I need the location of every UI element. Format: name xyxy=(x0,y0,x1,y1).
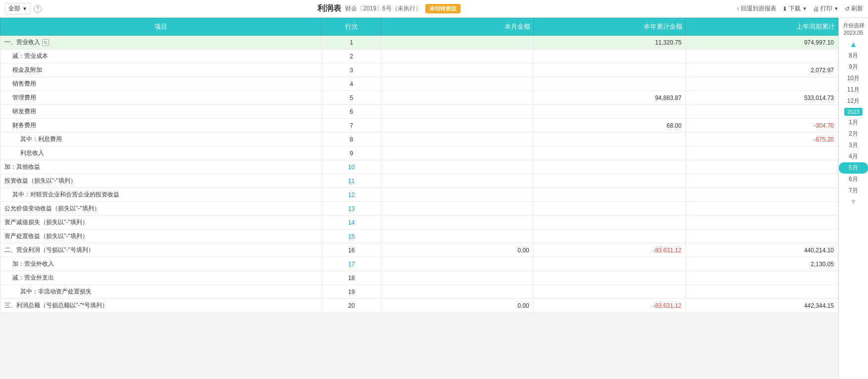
table-row: 其中：非流动资产处置损失19 xyxy=(0,285,838,299)
cell-row-num: 20 xyxy=(322,299,381,313)
table-row: 加：营业外收入172,130.05 xyxy=(0,257,838,271)
sidebar-month-2[interactable]: 2月 xyxy=(839,128,868,140)
cell-row-num: 12 xyxy=(322,188,381,202)
col-header-row: 行次 xyxy=(322,18,381,36)
cell-item: 销售费用 xyxy=(0,77,322,91)
cell-year xyxy=(533,49,686,63)
cell-lastyear xyxy=(686,77,838,91)
table-row: 其中：利息费用8-875.20 xyxy=(0,133,838,146)
top-bar-right: ↑ 回退到原报表 ⬇ 下载 ▼ 🖨 打印 ▼ ↺ 刷新 xyxy=(736,4,863,13)
top-bar-left: 全部 ▼ ? xyxy=(5,3,42,14)
cell-lastyear xyxy=(686,160,838,174)
cell-row-num: 14 xyxy=(322,216,381,230)
cell-row-num: 2 xyxy=(322,49,381,63)
sidebar-month-4[interactable]: 4月 xyxy=(839,151,868,162)
status-badge: 未结转损益 xyxy=(425,4,460,13)
cell-item: 其中：利息费用 xyxy=(0,133,322,146)
sidebar-month-6[interactable]: 6月 xyxy=(839,174,868,185)
cell-row-num: 17 xyxy=(322,257,381,271)
cell-month xyxy=(381,49,534,63)
cell-month xyxy=(381,202,534,216)
table-row: 资产处置收益（损失以"-"填列）15 xyxy=(0,230,838,243)
cell-row-num: 8 xyxy=(322,133,381,146)
cell-month xyxy=(381,146,534,160)
cell-row-num: 11 xyxy=(322,174,381,188)
cell-month xyxy=(381,91,534,105)
page-title: 利润表 xyxy=(317,3,341,14)
cell-month xyxy=(381,36,534,49)
sidebar-month-8[interactable]: 8月 xyxy=(839,50,868,61)
cell-lastyear xyxy=(686,216,838,230)
table-row: 研发费用6 xyxy=(0,105,838,119)
sidebar-month-9[interactable]: 9月 xyxy=(839,61,868,73)
cell-month xyxy=(381,105,534,119)
table-row: 减：营业外支出18 xyxy=(0,271,838,285)
cell-item: 利息收入 xyxy=(0,146,322,160)
sidebar-down-arrow[interactable]: ▼ xyxy=(850,196,858,207)
cell-lastyear xyxy=(686,230,838,243)
cell-month xyxy=(381,285,534,299)
cell-item: 减：营业成本 xyxy=(0,49,322,63)
cell-row-num: 9 xyxy=(322,146,381,160)
cell-lastyear: -304.70 xyxy=(686,119,838,133)
cell-year: 94,883.87 xyxy=(533,91,686,105)
cell-month xyxy=(381,160,534,174)
download-icon: ⬇ xyxy=(782,5,787,12)
sidebar-month-7[interactable]: 7月 xyxy=(839,185,868,196)
cell-month: 0.00 xyxy=(381,243,534,257)
cell-item: 其中：非流动资产处置损失 xyxy=(0,285,322,299)
cell-month xyxy=(381,119,534,133)
cell-row-num: 19 xyxy=(322,285,381,299)
cell-year xyxy=(533,146,686,160)
cell-lastyear xyxy=(686,105,838,119)
cell-month xyxy=(381,230,534,243)
sidebar-month-11[interactable]: 11月 xyxy=(839,84,868,95)
refresh-button[interactable]: ↺ 刷新 xyxy=(845,4,863,13)
sidebar-month-1[interactable]: 1月 xyxy=(839,117,868,128)
cell-lastyear: 974,997.10 xyxy=(686,36,838,49)
sidebar-year-2023[interactable]: 2023 xyxy=(844,108,862,116)
cell-row-num: 13 xyxy=(322,202,381,216)
back-button[interactable]: ↑ 回退到原报表 xyxy=(736,4,776,13)
cell-lastyear: 533,014.73 xyxy=(686,91,838,105)
table-header-row: 项目 行次 本月金额 本年累计金额 上年同期累计 xyxy=(0,18,838,36)
cell-row-num: 15 xyxy=(322,230,381,243)
cell-year xyxy=(533,133,686,146)
table-row: 销售费用4 xyxy=(0,77,838,91)
download-arrow-icon: ▼ xyxy=(802,6,807,11)
cell-item: 减：营业外支出 xyxy=(0,271,322,285)
edit-icon[interactable]: ✎ xyxy=(42,39,49,46)
cell-row-num: 10 xyxy=(322,160,381,174)
col-header-item: 项目 xyxy=(0,18,322,36)
cell-row-num: 18 xyxy=(322,271,381,285)
table-row: 二、营业利润（亏损以"-"号填列）160.00-83,631.12440,214… xyxy=(0,243,838,257)
cell-item: 三、利润总额（亏损总额以"-"*号填列） xyxy=(0,299,322,313)
cell-year xyxy=(533,63,686,77)
sidebar-month-3[interactable]: 3月 xyxy=(839,140,868,151)
cell-year: -83,631.12 xyxy=(533,299,686,313)
sidebar-month-12[interactable]: 12月 xyxy=(839,95,868,107)
cell-month xyxy=(381,77,534,91)
scope-dropdown[interactable]: 全部 ▼ xyxy=(5,3,31,14)
cell-row-num: 1 xyxy=(322,36,381,49)
cell-item: 其中：对联营企业和合营企业的投资收益 xyxy=(0,188,322,202)
table-row: 公允价值变动收益（损失以"-"填列）13 xyxy=(0,202,838,216)
download-button[interactable]: ⬇ 下载 ▼ xyxy=(782,4,807,13)
print-arrow-icon: ▼ xyxy=(834,6,839,11)
sidebar-up-arrow[interactable]: ▲ xyxy=(850,39,858,50)
dropdown-arrow-icon: ▼ xyxy=(22,6,27,11)
table-row: 三、利润总额（亏损总额以"-"*号填列）200.00-83,631.12442,… xyxy=(0,299,838,313)
cell-year xyxy=(533,174,686,188)
cell-lastyear xyxy=(686,49,838,63)
cell-year: 11,320.75 xyxy=(533,36,686,49)
cell-year xyxy=(533,230,686,243)
table-row: 投资收益（损失以"-"填列）11 xyxy=(0,174,838,188)
cell-item: 财务费用 xyxy=(0,119,322,133)
cell-item: 二、营业利润（亏损以"-"号填列） xyxy=(0,243,322,257)
table-row: 税金及附加32,072.97 xyxy=(0,63,838,77)
sidebar-month-10[interactable]: 10月 xyxy=(839,73,868,84)
help-icon[interactable]: ? xyxy=(34,5,42,13)
sidebar-month-5[interactable]: 5月 xyxy=(839,162,868,174)
top-bar: 全部 ▼ ? 利润表 财会〔2019〕6号（未执行） 未结转损益 ↑ 回退到原报… xyxy=(0,0,868,18)
print-button[interactable]: 🖨 打印 ▼ xyxy=(813,4,839,13)
